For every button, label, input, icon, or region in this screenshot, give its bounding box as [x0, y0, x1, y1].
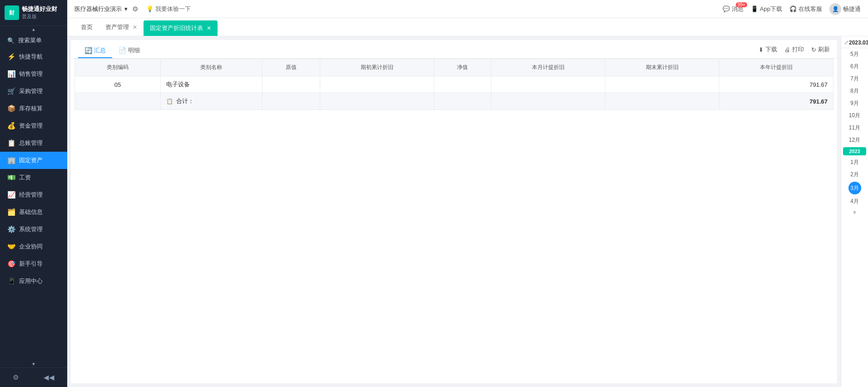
month-item-9[interactable]: 9月 [841, 97, 868, 109]
print-label: 打印 [792, 45, 804, 54]
sub-tab-summary[interactable]: 🔄 汇总 [78, 44, 112, 58]
sub-tab-detail[interactable]: 📄 明细 [112, 44, 146, 58]
sidebar-item-label: 销售管理 [19, 70, 43, 78]
month-item-1[interactable]: 1月 [841, 156, 868, 169]
sidebar-item-ledger[interactable]: 📋 总账管理 [0, 134, 67, 152]
app-download-label: App下载 [760, 5, 782, 13]
refresh-label: 刷新 [818, 45, 830, 54]
sidebar-item-label: 固定资产 [19, 156, 43, 164]
cell-annual-depreciation: 791.67 [719, 76, 833, 93]
bulb-icon: 💡 [146, 5, 154, 12]
main-content: 医疗器械行业演示 ▾ ⚙ 💡 我要体验一下 💬 消息 99+ 📱 App下载 🎧… [67, 0, 868, 387]
payroll-icon: 💵 [7, 174, 15, 182]
sidebar-item-quick-nav[interactable]: ⚡ 快捷导航 [0, 48, 67, 65]
col-original-value: 原值 [262, 59, 320, 76]
headset-icon: 🎧 [789, 5, 797, 12]
subtotal-original-value [262, 93, 320, 110]
month-item-5[interactable]: 5月 [841, 48, 868, 60]
year-2023-label[interactable]: 2023 [843, 147, 866, 155]
topbar-right: 💬 消息 99+ 📱 App下载 🎧 在线客服 👤 畅捷通 [723, 3, 861, 15]
month-item-12[interactable]: 12月 [841, 134, 868, 146]
tab-home[interactable]: 首页 [74, 20, 99, 36]
sidebar-item-payroll[interactable]: 💵 工资 [0, 169, 67, 186]
sidebar-item-enterprise[interactable]: 🤝 企业协同 [0, 238, 67, 255]
sidebar-item-finance[interactable]: 💰 资金管理 [0, 117, 67, 134]
sidebar-item-inventory[interactable]: 📦 库存核算 [0, 100, 67, 117]
month-item-2[interactable]: 2月 [841, 169, 868, 181]
message-button[interactable]: 💬 消息 99+ [723, 5, 744, 13]
cell-category-name: 电子设备 [160, 76, 262, 93]
experience-button[interactable]: 💡 我要体验一下 [146, 5, 191, 13]
sidebar-item-label: 工资 [19, 174, 31, 182]
chevron-down-icon: ▾ [124, 5, 128, 12]
basic-info-icon: 🗂️ [7, 208, 15, 216]
subtotal-icon: 📋 [166, 98, 173, 104]
sub-tab-summary-label: 汇总 [94, 46, 106, 55]
sidebar-item-label: 库存核算 [19, 104, 43, 113]
month-item-6[interactable]: 6月 [841, 60, 868, 73]
subtotal-net-value [434, 93, 491, 110]
subtotal-empty [75, 93, 161, 110]
table-row: 05 电子设备 791.67 [75, 76, 833, 93]
sidebar-item-system[interactable]: ⚙️ 系统管理 [0, 221, 67, 238]
sidebar-item-label: 应用中心 [19, 277, 43, 285]
user-menu[interactable]: 👤 畅捷通 [829, 3, 861, 15]
sidebar-item-guide[interactable]: 🎯 新手引导 [0, 255, 67, 273]
month-item-8[interactable]: 8月 [841, 85, 868, 97]
customer-service-button[interactable]: 🎧 在线客服 [789, 5, 822, 13]
search-menu-button[interactable]: 🔍 搜索菜单 [0, 33, 67, 48]
date-panel-title: 2023.03 [849, 40, 868, 46]
summary-icon: 🔄 [84, 47, 92, 54]
date-nav-down[interactable]: ▼ [841, 208, 868, 218]
sidebar-item-label: 经营管理 [19, 191, 43, 199]
scroll-down[interactable]: ▼ [0, 361, 67, 367]
cell-initial-accumulated-depreciation [320, 76, 434, 93]
company-name: 医疗器械行业演示 [74, 5, 122, 13]
month-item-10[interactable]: 10月 [841, 109, 868, 122]
tab-asset-mgmt-close[interactable]: ✕ [133, 24, 137, 30]
topbar-settings-icon[interactable]: ⚙ [132, 5, 138, 13]
sidebar-item-fixed-assets[interactable]: 🏢 固定资产 [0, 152, 67, 169]
search-menu-label: 搜索菜单 [18, 36, 42, 45]
download-icon: 📱 [751, 5, 758, 12]
month-item-7[interactable]: 7月 [841, 73, 868, 85]
settings-button[interactable]: ⚙ [9, 372, 22, 383]
sidebar-item-label: 快捷导航 [19, 53, 43, 61]
subtotal-label: 📋 合计： [160, 93, 262, 110]
col-initial-accumulated-depreciation: 期初累计折旧 [320, 59, 434, 76]
date-panel-header-row: ⤢ 2023.03 ✕ [841, 36, 868, 48]
sidebar-item-label: 总账管理 [19, 139, 43, 147]
col-category-name: 类别名称 [160, 59, 262, 76]
sidebar-item-sales[interactable]: 📊 销售管理 [0, 65, 67, 83]
avatar: 👤 [829, 3, 841, 15]
tab-fixed-asset-depreciation-close[interactable]: ✕ [207, 25, 211, 31]
sidebar-item-label: 企业协同 [19, 243, 43, 251]
download-button[interactable]: ⬇ 下载 [759, 45, 777, 54]
scroll-up[interactable]: ▲ [0, 26, 67, 33]
tab-fixed-asset-depreciation[interactable]: 固定资产折旧统计表 ✕ [144, 20, 218, 36]
sidebar-item-operations[interactable]: 📈 经营管理 [0, 186, 67, 203]
subtotal-initial-accumulated-depreciation [320, 93, 434, 110]
subtotal-period-end-accumulated-depreciation [605, 93, 719, 110]
tab-asset-mgmt[interactable]: 资产管理 ✕ [99, 20, 144, 36]
subtotal-annual-depreciation: 791.67 [719, 93, 833, 110]
app-download-button[interactable]: 📱 App下载 [751, 5, 782, 13]
month-item-3-selected[interactable]: 3月 [848, 182, 861, 194]
sidebar-item-purchase[interactable]: 🛒 采购管理 [0, 83, 67, 100]
sidebar-item-app-center[interactable]: 📱 应用中心 [0, 273, 67, 290]
sidebar-item-basic-info[interactable]: 🗂️ 基础信息 [0, 203, 67, 221]
cell-monthly-depreciation [491, 76, 605, 93]
month-item-4[interactable]: 4月 [841, 195, 868, 208]
date-list: 5月 6月 7月 8月 9月 10月 11月 12月 2023 1月 2月 3月… [841, 48, 868, 387]
col-net-value: 净值 [434, 59, 491, 76]
tab-home-label: 首页 [81, 23, 93, 31]
month-item-11[interactable]: 11月 [841, 122, 868, 134]
expand-icon[interactable]: ⤢ [844, 39, 849, 46]
inventory-icon: 📦 [7, 104, 15, 113]
refresh-button[interactable]: ↻ 刷新 [811, 45, 830, 54]
collapse-button[interactable]: ◀◀ [40, 372, 58, 383]
print-button[interactable]: 🖨 打印 [784, 45, 804, 54]
company-selector[interactable]: 医疗器械行业演示 ▾ [74, 5, 128, 13]
message-badge: 99+ [736, 2, 747, 7]
depreciation-table: 类别编码 类别名称 原值 期初累计折旧 净值 本月计提折旧 期末累计折旧 本年计… [74, 59, 833, 110]
